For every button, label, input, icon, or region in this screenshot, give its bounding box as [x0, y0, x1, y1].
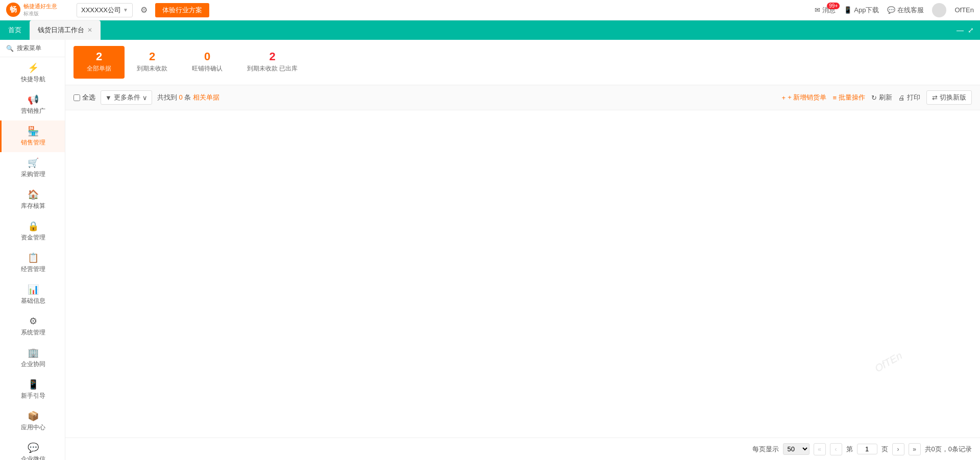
sales-icon: 🏪 — [28, 126, 39, 137]
found-link[interactable]: 相关单据 — [193, 93, 219, 101]
page-suffix: 页 — [881, 445, 888, 454]
refresh-button[interactable]: ↻ 刷新 — [871, 93, 892, 102]
next-page-button[interactable]: › — [892, 443, 904, 455]
search-label: 搜索菜单 — [17, 44, 41, 53]
quick-nav-icon: ⚡ — [28, 62, 39, 74]
company-selector[interactable]: XXXXXX公司 ▼ — [77, 3, 133, 17]
logo-area: 畅 畅捷通好生意 标准版 — [6, 3, 71, 17]
basic-info-icon: 📊 — [28, 284, 39, 295]
sidebar-item-cooperation[interactable]: 🏢 企业协同 — [0, 342, 65, 374]
tab-home[interactable]: 首页 — [0, 20, 30, 40]
sidebar-item-operations[interactable]: 📋 经营管理 — [0, 247, 65, 279]
app-download-label: App下载 — [854, 6, 879, 15]
app-download-button[interactable]: 📱 App下载 — [844, 6, 879, 15]
avatar[interactable] — [932, 3, 946, 17]
operations-icon: 📋 — [28, 252, 39, 263]
tab-close-icon[interactable]: ✕ — [87, 27, 92, 34]
per-page-select[interactable]: 50 20 100 — [783, 443, 810, 455]
sidebar-item-marketing[interactable]: 📢 营销推广 — [0, 89, 65, 120]
sidebar-item-label: 企业协同 — [21, 360, 45, 369]
summary-cards: 2 全部单据 2 到期未收款 0 旺铺待确认 2 到期未收款 已出库 — [65, 40, 980, 85]
filter-icon: ▼ — [105, 94, 112, 102]
toolbar-left: 全选 ▼ 更多条件 ∨ 共找到 0 条 相关单据 — [74, 90, 776, 105]
page-label: 第 — [846, 445, 853, 454]
header-right: ✉ 消息 99+ 📱 App下载 💬 在线客服 OfTEn — [815, 3, 974, 17]
refresh-icon: ↻ — [871, 94, 877, 102]
found-text: 共找到 0 条 相关单据 — [157, 93, 219, 102]
chevron-down-icon: ▼ — [123, 7, 128, 13]
app-download-icon: 📱 — [844, 6, 852, 14]
sidebar-item-enterprise-wechat[interactable]: 💬 企业微信 — [0, 437, 65, 460]
sidebar-item-label: 企业微信 — [21, 455, 45, 460]
sidebar-search[interactable]: 🔍 搜索菜单 — [0, 40, 65, 57]
app-sub: 标准版 — [23, 10, 57, 17]
minimize-icon[interactable]: — — [957, 26, 964, 34]
card-overdue-shipped[interactable]: 2 到期未收款 已出库 — [235, 46, 310, 79]
sidebar-item-sales[interactable]: 🏪 销售管理 — [0, 120, 65, 152]
nav-tab-actions: — ⤢ — [957, 26, 980, 34]
sidebar-item-label: 基础信息 — [21, 297, 45, 305]
enterprise-wechat-icon: 💬 — [28, 442, 39, 453]
switch-icon: ⇄ — [932, 94, 938, 102]
content-area: 2 全部单据 2 到期未收款 0 旺铺待确认 2 到期未收款 已出库 — [65, 40, 980, 460]
last-page-button[interactable]: » — [909, 443, 921, 455]
card-overdue-uncollected[interactable]: 2 到期未收款 — [125, 46, 180, 79]
card-all-orders[interactable]: 2 全部单据 — [74, 46, 125, 79]
sidebar-item-finance[interactable]: 🔒 资金管理 — [0, 215, 65, 247]
inventory-icon: 🏠 — [28, 189, 39, 200]
refresh-btn-label: 刷新 — [879, 93, 892, 102]
online-service-button[interactable]: 💬 在线客服 — [887, 6, 924, 15]
card-count: 0 — [204, 50, 210, 63]
add-icon: + — [782, 94, 786, 102]
select-all-checkbox[interactable]: 全选 — [74, 93, 95, 102]
switch-version-button[interactable]: ⇄ 切换新版 — [926, 90, 972, 105]
print-icon: 🖨 — [898, 94, 905, 102]
found-prefix: 共找到 — [157, 93, 177, 101]
sidebar-item-inventory[interactable]: 🏠 库存核算 — [0, 184, 65, 215]
total-label: 共0页，0条记录 — [925, 445, 972, 454]
app-center-icon: 📦 — [28, 410, 39, 422]
card-count: 2 — [96, 50, 102, 63]
guide-icon: 📱 — [28, 379, 39, 390]
sidebar-item-app-center[interactable]: 📦 应用中心 — [0, 405, 65, 437]
sidebar-item-label: 系统管理 — [21, 328, 45, 337]
sidebar-item-label: 新手引导 — [21, 392, 45, 400]
print-button[interactable]: 🖨 打印 — [898, 93, 920, 102]
tab-work-bench[interactable]: 钱货日清工作台 ✕ — [30, 20, 101, 40]
sidebar-item-label: 采购管理 — [21, 170, 45, 179]
sidebar-item-quick-nav[interactable]: ⚡ 快捷导航 — [0, 57, 65, 89]
add-sales-order-button[interactable]: + + 新增销货单 — [782, 93, 827, 102]
page-input[interactable] — [857, 444, 877, 454]
card-wangpu-pending[interactable]: 0 旺铺待确认 — [180, 46, 235, 79]
sidebar-item-basic-info[interactable]: 📊 基础信息 — [0, 279, 65, 310]
trial-button[interactable]: 体验行业方案 — [155, 3, 209, 17]
company-name: XXXXXX公司 — [81, 6, 121, 15]
search-icon: 🔍 — [6, 45, 14, 52]
settings-button[interactable]: ⚙ — [137, 3, 151, 17]
filter-button[interactable]: ▼ 更多条件 ∨ — [101, 90, 152, 105]
select-all-input[interactable] — [74, 94, 80, 101]
message-button[interactable]: ✉ 消息 99+ — [815, 6, 836, 15]
sidebar-item-label: 应用中心 — [21, 423, 45, 432]
nav-tabs: 首页 钱货日清工作台 ✕ — ⤢ — [0, 20, 980, 40]
marketing-icon: 📢 — [28, 94, 39, 105]
inner-content: 2 全部单据 2 到期未收款 0 旺铺待确认 2 到期未收款 已出库 — [65, 40, 980, 460]
service-icon: 💬 — [887, 6, 895, 14]
first-page-button[interactable]: « — [814, 443, 826, 455]
card-label: 旺铺待确认 — [192, 64, 223, 73]
sidebar-item-label: 资金管理 — [21, 233, 45, 242]
filter-label: 更多条件 — [114, 93, 140, 102]
prev-page-button[interactable]: ‹ — [830, 443, 842, 455]
sidebar-item-guide[interactable]: 📱 新手引导 — [0, 374, 65, 405]
message-icon: ✉ — [815, 6, 820, 14]
batch-operation-button[interactable]: ≡ 批量操作 — [832, 93, 865, 102]
system-icon: ⚙ — [29, 316, 37, 327]
select-all-label: 全选 — [82, 93, 95, 102]
toolbar: 全选 ▼ 更多条件 ∨ 共找到 0 条 相关单据 — [65, 85, 980, 110]
message-badge: 99+ — [827, 3, 840, 9]
maximize-icon[interactable]: ⤢ — [968, 26, 974, 34]
sidebar-item-purchase[interactable]: 🛒 采购管理 — [0, 152, 65, 184]
main-layout: 🔍 搜索菜单 ⚡ 快捷导航 📢 营销推广 🏪 销售管理 🛒 采购管理 🏠 库存核… — [0, 40, 980, 460]
sidebar-item-system[interactable]: ⚙ 系统管理 — [0, 310, 65, 342]
sidebar: 🔍 搜索菜单 ⚡ 快捷导航 📢 营销推广 🏪 销售管理 🛒 采购管理 🏠 库存核… — [0, 40, 65, 460]
